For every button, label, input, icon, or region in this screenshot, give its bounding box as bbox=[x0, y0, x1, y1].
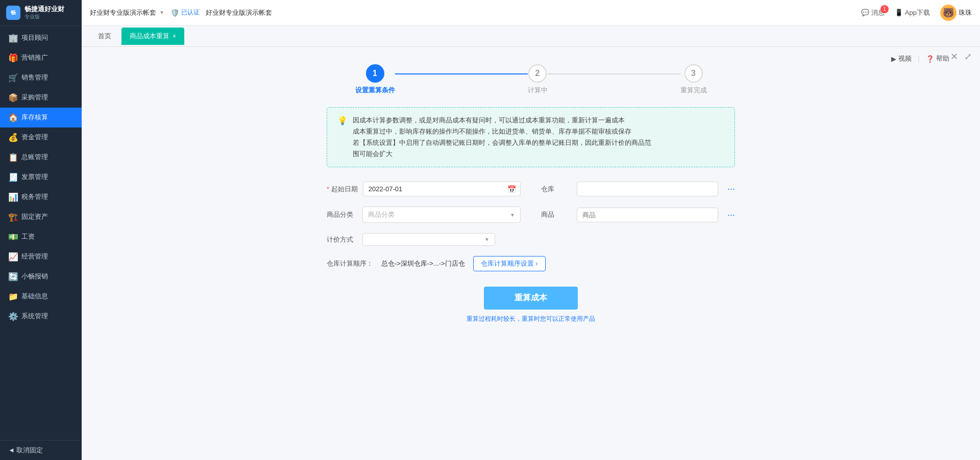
message-icon: 💬 bbox=[861, 9, 869, 16]
sidebar-item-asset[interactable]: 🏗️ 固定资产 bbox=[0, 207, 82, 227]
action-area: 重算成本 重算过程耗时较长，重算时您可以正常使用产品 bbox=[327, 287, 735, 323]
sidebar-item-label: 资金管理 bbox=[21, 133, 48, 142]
company-selector[interactable]: 好业财专业版演示帐套 ▼ bbox=[90, 8, 164, 17]
sidebar-nav: 🏢 项目顾问 🎁 营销推广 🛒 销售管理 📦 采购管理 🏠 库存核算 💰 资金管… bbox=[0, 26, 82, 440]
sidebar-item-sales[interactable]: 🛒 销售管理 bbox=[0, 68, 82, 88]
expand-button[interactable]: ⤢ bbox=[964, 51, 972, 62]
topbar-left: 好业财专业版演示帐套 ▼ 🛡️ 已认证 好业财专业版演示帐套 bbox=[90, 8, 272, 17]
step-3-circle: 3 bbox=[684, 64, 703, 83]
sidebar-item-invoice[interactable]: 🧾 发票管理 bbox=[0, 167, 82, 187]
phone-icon: 📱 bbox=[895, 9, 903, 16]
tax-icon: 📊 bbox=[8, 192, 17, 202]
close-button[interactable]: ✕ bbox=[950, 51, 958, 62]
tab-home-label: 首页 bbox=[98, 32, 111, 40]
step-2-label: 计算中 bbox=[528, 86, 548, 95]
marketing-icon: 🎁 bbox=[8, 53, 17, 63]
sidebar-item-label: 发票管理 bbox=[21, 172, 48, 182]
unpin-label: ◄ 取消固定 bbox=[8, 446, 43, 455]
sidebar-item-expense[interactable]: 🔄 小畅报销 bbox=[0, 267, 82, 287]
system-icon: ⚙️ bbox=[8, 312, 17, 321]
app-download-button[interactable]: 📱 App下载 bbox=[895, 8, 930, 17]
pricing-select[interactable]: ▼ bbox=[362, 233, 495, 246]
message-badge: 1 bbox=[880, 5, 889, 13]
verified-badge: 🛡️ 已认证 bbox=[170, 8, 200, 17]
recalculate-button[interactable]: 重算成本 bbox=[484, 287, 578, 310]
tab-close-icon[interactable]: × bbox=[173, 33, 176, 40]
step-line-2 bbox=[548, 73, 680, 74]
sidebar-item-label: 工资 bbox=[21, 232, 35, 241]
ops-icon: 📈 bbox=[8, 252, 17, 262]
step-1-label: 设置重算条件 bbox=[355, 86, 395, 95]
sidebar-item-project[interactable]: 🏢 项目顾问 bbox=[0, 28, 82, 48]
content-area: ✕ ⤢ ▶ 视频 | ❓ 帮助 1 设置重算条件 bbox=[82, 47, 980, 460]
tab-home[interactable]: 首页 bbox=[90, 28, 119, 45]
sidebar-item-finance[interactable]: 💰 资金管理 bbox=[0, 127, 82, 147]
invoice-icon: 🧾 bbox=[8, 172, 17, 182]
help-links: ▶ 视频 | ❓ 帮助 bbox=[891, 54, 949, 63]
step-2: 2 计算中 bbox=[528, 64, 548, 95]
sidebar-item-inventory[interactable]: 🏠 库存核算 bbox=[0, 108, 82, 127]
sidebar-item-ops[interactable]: 📈 经营管理 bbox=[0, 247, 82, 267]
form-row-2: 商品分类 商品分类 ▼ 商品 ··· bbox=[327, 207, 735, 223]
user-profile[interactable]: 🐻 珠珠 bbox=[940, 5, 972, 21]
warehouse-input[interactable] bbox=[577, 182, 718, 196]
basic-icon: 📁 bbox=[8, 292, 17, 301]
info-text: 因成本计算参数调整，或是对商品成本有疑问时，可以通过成本重算功能，重新计算一遍成… bbox=[353, 115, 651, 160]
sidebar-item-system[interactable]: ⚙️ 系统管理 bbox=[0, 306, 82, 326]
sidebar-unpin-button[interactable]: ◄ 取消固定 bbox=[0, 440, 82, 460]
sidebar-item-label: 采购管理 bbox=[21, 93, 48, 102]
required-star: * bbox=[327, 185, 329, 193]
sidebar-item-tax[interactable]: 📊 税务管理 bbox=[0, 187, 82, 207]
user-name: 珠珠 bbox=[959, 8, 972, 17]
start-date-label: * 起始日期 bbox=[327, 185, 358, 194]
message-button[interactable]: 💬 消息 1 bbox=[861, 8, 885, 17]
form-group-startdate: * 起始日期 📅 bbox=[327, 182, 521, 196]
start-date-input[interactable] bbox=[363, 182, 503, 196]
tab-cost-recalc[interactable]: 商品成本重算 × bbox=[121, 28, 184, 45]
divider: | bbox=[918, 55, 920, 63]
category-label: 商品分类 bbox=[327, 210, 357, 219]
project-icon: 🏢 bbox=[8, 33, 17, 43]
category-select[interactable]: 商品分类 ▼ bbox=[362, 207, 521, 223]
purchase-icon: 📦 bbox=[8, 93, 17, 103]
help-link[interactable]: ❓ 帮助 bbox=[926, 54, 949, 63]
sidebar-item-salary[interactable]: 💵 工资 bbox=[0, 227, 82, 247]
form-group-goods: 商品 ··· bbox=[541, 208, 735, 222]
goods-label: 商品 bbox=[541, 210, 572, 219]
warehouse-order-label: 仓库计算顺序： bbox=[327, 259, 373, 268]
app-title: 畅捷通好业财 bbox=[24, 5, 64, 13]
sidebar-item-purchase[interactable]: 📦 采购管理 bbox=[0, 88, 82, 108]
salary-icon: 💵 bbox=[8, 232, 17, 242]
accounting-icon: 📋 bbox=[8, 152, 17, 162]
sidebar-item-label: 系统管理 bbox=[21, 312, 48, 321]
tab-active-label: 商品成本重算 bbox=[130, 32, 169, 41]
help-label: 帮助 bbox=[936, 54, 949, 63]
warehouse-ellipsis-button[interactable]: ··· bbox=[723, 184, 735, 194]
form-area: * 起始日期 📅 仓库 ··· 商品分类 bbox=[327, 182, 735, 323]
goods-ellipsis-button[interactable]: ··· bbox=[723, 210, 735, 220]
video-link[interactable]: ▶ 视频 bbox=[891, 54, 912, 63]
goods-input[interactable] bbox=[577, 208, 718, 222]
sidebar-item-label: 固定资产 bbox=[21, 212, 48, 221]
step-2-circle: 2 bbox=[528, 64, 547, 83]
sidebar-item-marketing[interactable]: 🎁 营销推广 bbox=[0, 48, 82, 68]
company-dropdown-arrow: ▼ bbox=[159, 10, 164, 15]
video-label: 视频 bbox=[898, 54, 912, 63]
window-controls: ✕ ⤢ bbox=[950, 51, 972, 62]
warehouse-order-row: 仓库计算顺序： 总仓->深圳仓库->...->门店仓 仓库计算顺序设置 › bbox=[327, 256, 735, 271]
step-3-label: 重算完成 bbox=[680, 86, 707, 95]
step-3: 3 重算完成 bbox=[680, 64, 707, 95]
category-placeholder: 商品分类 bbox=[368, 210, 395, 219]
recalculate-note: 重算过程耗时较长，重算时您可以正常使用产品 bbox=[467, 315, 595, 323]
start-date-input-wrapper[interactable]: 📅 bbox=[363, 182, 521, 196]
sidebar-item-label: 基础信息 bbox=[21, 292, 48, 301]
sidebar-item-accounting[interactable]: 📋 总账管理 bbox=[0, 147, 82, 167]
warehouse-order-btn[interactable]: 仓库计算顺序设置 › bbox=[473, 256, 546, 271]
category-dropdown-icon: ▼ bbox=[510, 212, 515, 218]
form-group-category: 商品分类 商品分类 ▼ bbox=[327, 207, 521, 223]
calendar-icon[interactable]: 📅 bbox=[503, 185, 520, 193]
sidebar-item-label: 税务管理 bbox=[21, 192, 48, 201]
sidebar-item-basic[interactable]: 📁 基础信息 bbox=[0, 287, 82, 306]
warehouse-order-value: 总仓->深圳仓库->...->门店仓 bbox=[381, 259, 465, 268]
app-logo: 畅 bbox=[6, 6, 20, 20]
